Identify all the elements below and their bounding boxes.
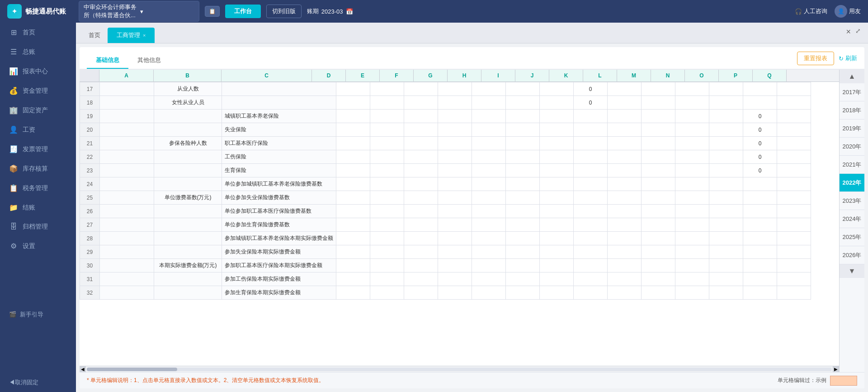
copy-button[interactable]: 📋 bbox=[205, 6, 220, 17]
cell-18-o[interactable] bbox=[709, 96, 743, 110]
cell-18-d[interactable] bbox=[336, 96, 370, 110]
cell-30-o[interactable] bbox=[709, 259, 743, 272]
cell-17-p[interactable] bbox=[743, 82, 777, 96]
cell-27-n[interactable] bbox=[675, 218, 709, 232]
cell-19-a[interactable] bbox=[100, 110, 154, 123]
cell-22-g[interactable] bbox=[438, 150, 472, 164]
cell-32-a[interactable] bbox=[100, 286, 154, 300]
cell-28-e[interactable] bbox=[370, 232, 404, 245]
cell-20-n[interactable] bbox=[675, 123, 709, 137]
cell-24-p[interactable] bbox=[743, 177, 777, 191]
cell-29-q[interactable] bbox=[777, 245, 811, 259]
cell-19-l[interactable] bbox=[608, 110, 642, 123]
sidebar-item-inventory[interactable]: 📦 库存核算 bbox=[0, 159, 76, 178]
cell-28-j[interactable] bbox=[540, 232, 574, 245]
year-item-2024[interactable]: 2024年 bbox=[840, 210, 864, 228]
cell-30-i[interactable] bbox=[506, 259, 540, 272]
cell-22-c[interactable]: 工伤保险 bbox=[222, 150, 336, 164]
cell-25-c[interactable]: 单位参加失业保险缴费基数 bbox=[222, 191, 336, 205]
cell-23-c[interactable]: 生育保险 bbox=[222, 164, 336, 177]
cell-32-k[interactable] bbox=[574, 286, 608, 300]
service-button[interactable]: 🎧 人工咨询 bbox=[795, 7, 827, 15]
cell-22-q[interactable] bbox=[777, 150, 811, 164]
cell-23-d[interactable] bbox=[336, 164, 370, 177]
calendar-icon[interactable]: 📅 bbox=[346, 8, 353, 15]
cell-27-o[interactable] bbox=[709, 218, 743, 232]
cell-19-j[interactable] bbox=[540, 110, 574, 123]
cell-24-e[interactable] bbox=[370, 177, 404, 191]
cell-25-p[interactable] bbox=[743, 191, 777, 205]
year-item-2025[interactable]: 2025年 bbox=[840, 228, 864, 246]
cell-21-g[interactable] bbox=[438, 137, 472, 150]
cell-26-a[interactable] bbox=[100, 205, 154, 218]
cell-31-j[interactable] bbox=[540, 272, 574, 286]
cell-28-l[interactable] bbox=[608, 232, 642, 245]
cell-20-f[interactable] bbox=[404, 123, 438, 137]
unpin-sidebar[interactable]: ◀取消固定 bbox=[0, 373, 76, 392]
cell-29-e[interactable] bbox=[370, 245, 404, 259]
cell-20-o[interactable] bbox=[709, 123, 743, 137]
cell-30-j[interactable] bbox=[540, 259, 574, 272]
cell-26-f[interactable] bbox=[404, 205, 438, 218]
cell-24-o[interactable] bbox=[709, 177, 743, 191]
cell-30-c[interactable]: 参加职工基本医疗保险本期实际缴费金额 bbox=[222, 259, 336, 272]
cell-30-l[interactable] bbox=[608, 259, 642, 272]
cell-29-c[interactable]: 参加失业保险本期实际缴费金额 bbox=[222, 245, 336, 259]
cell-29-m[interactable] bbox=[642, 245, 675, 259]
cell-29-i[interactable] bbox=[506, 245, 540, 259]
cell-25-l[interactable] bbox=[608, 191, 642, 205]
cell-22-p[interactable]: 0 bbox=[743, 150, 777, 164]
cell-32-f[interactable] bbox=[404, 286, 438, 300]
cell-23-m[interactable] bbox=[642, 164, 675, 177]
cell-18-c[interactable] bbox=[222, 96, 336, 110]
cell-27-j[interactable] bbox=[540, 218, 574, 232]
cell-28-o[interactable] bbox=[709, 232, 743, 245]
cell-17-g[interactable] bbox=[438, 82, 472, 96]
cell-23-g[interactable] bbox=[438, 164, 472, 177]
cell-30-g[interactable] bbox=[438, 259, 472, 272]
cell-28-n[interactable] bbox=[675, 232, 709, 245]
cell-25-i[interactable] bbox=[506, 191, 540, 205]
cell-30-b[interactable]: 本期实际缴费金额(万元) bbox=[154, 259, 222, 272]
year-nav-up[interactable]: ▲ bbox=[840, 70, 864, 83]
cell-27-b[interactable] bbox=[154, 218, 222, 232]
cell-26-c[interactable]: 单位参加职工基本医疗保险缴费基数 bbox=[222, 205, 336, 218]
sidebar-item-invoice[interactable]: 🧾 发票管理 bbox=[0, 139, 76, 159]
cell-17-j[interactable] bbox=[540, 82, 574, 96]
cell-24-b[interactable] bbox=[154, 177, 222, 191]
cell-31-e[interactable] bbox=[370, 272, 404, 286]
cell-24-j[interactable] bbox=[540, 177, 574, 191]
cell-29-a[interactable] bbox=[100, 245, 154, 259]
cell-24-g[interactable] bbox=[438, 177, 472, 191]
cell-21-h[interactable] bbox=[472, 137, 506, 150]
cell-19-m[interactable] bbox=[642, 110, 675, 123]
cell-21-e[interactable] bbox=[370, 137, 404, 150]
cell-18-j[interactable] bbox=[540, 96, 574, 110]
cell-21-k[interactable] bbox=[574, 137, 608, 150]
cell-32-o[interactable] bbox=[709, 286, 743, 300]
cell-30-f[interactable] bbox=[404, 259, 438, 272]
cell-32-p[interactable] bbox=[743, 286, 777, 300]
cell-22-l[interactable] bbox=[608, 150, 642, 164]
cell-25-d[interactable] bbox=[336, 191, 370, 205]
cell-24-i[interactable] bbox=[506, 177, 540, 191]
cell-26-h[interactable] bbox=[472, 205, 506, 218]
cell-19-f[interactable] bbox=[404, 110, 438, 123]
cell-21-o[interactable] bbox=[709, 137, 743, 150]
cell-23-h[interactable] bbox=[472, 164, 506, 177]
cell-27-a[interactable] bbox=[100, 218, 154, 232]
cell-26-n[interactable] bbox=[675, 205, 709, 218]
scroll-thumb[interactable] bbox=[87, 368, 177, 371]
cell-29-p[interactable] bbox=[743, 245, 777, 259]
year-item-2021[interactable]: 2021年 bbox=[840, 156, 864, 174]
cell-18-g[interactable] bbox=[438, 96, 472, 110]
cell-20-c[interactable]: 失业保险 bbox=[222, 123, 336, 137]
cell-28-m[interactable] bbox=[642, 232, 675, 245]
sub-tab-other[interactable]: 其他信息 bbox=[128, 53, 170, 69]
year-nav-down[interactable]: ▼ bbox=[840, 264, 864, 278]
year-item-2017[interactable]: 2017年 bbox=[840, 83, 864, 101]
cell-29-h[interactable] bbox=[472, 245, 506, 259]
cell-32-g[interactable] bbox=[438, 286, 472, 300]
cell-25-a[interactable] bbox=[100, 191, 154, 205]
cell-22-k[interactable] bbox=[574, 150, 608, 164]
